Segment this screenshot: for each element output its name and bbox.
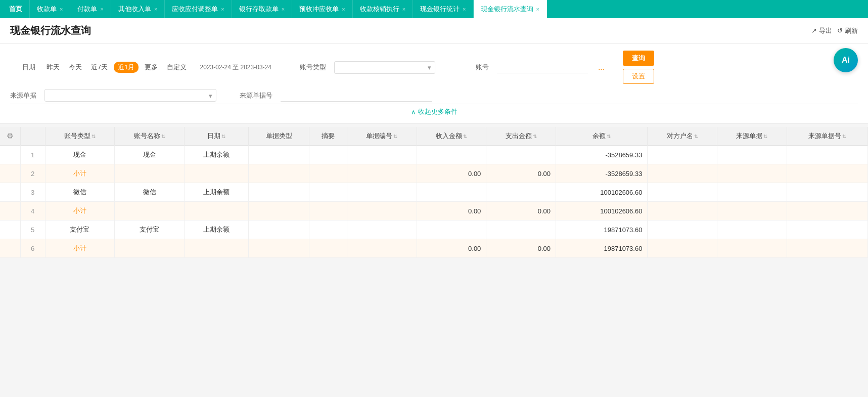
close-tab-icon[interactable]: × (221, 6, 224, 12)
date-option-custom[interactable]: 自定义 (164, 62, 190, 73)
cell-date (184, 202, 248, 220)
col-header-date[interactable]: 日期⇅ (184, 127, 248, 146)
nav-tab-bank-stats[interactable]: 现金银行统计× (413, 0, 473, 18)
source-doc-select[interactable] (44, 89, 216, 102)
cell-summary (309, 146, 347, 164)
gear-icon[interactable]: ⚙ (7, 131, 13, 140)
col-header-source_doc_no[interactable]: 来源单据号⇅ (787, 127, 867, 146)
date-option-yesterday[interactable]: 昨天 (43, 62, 63, 73)
account-label: 账号 (464, 63, 489, 72)
nav-tab-label: 付款单 (77, 5, 97, 14)
cell-summary (309, 239, 347, 258)
refresh-button[interactable]: ↺ 刷新 (837, 26, 858, 35)
sort-icon: ⇅ (92, 134, 96, 139)
cell-balance: 19871073.60 (556, 220, 647, 239)
export-button[interactable]: ↗ 导出 (811, 26, 832, 35)
nav-tab-collection-exec[interactable]: 收款核销执行× (353, 0, 413, 18)
date-option-more[interactable]: 更多 (142, 62, 161, 73)
filter-row-2: 来源单据 来源单据号 (10, 89, 858, 102)
row-seq: 6 (20, 239, 45, 258)
row-seq: 5 (20, 220, 45, 239)
nav-tab-payment[interactable]: 付款单× (70, 0, 111, 18)
cell-source_doc_no (787, 202, 867, 220)
seq-column-header (20, 127, 45, 146)
source-doc-num-input[interactable] (281, 90, 432, 102)
row-gear-cell (0, 164, 20, 183)
cell-counterparty (648, 239, 717, 258)
nav-home[interactable]: 首页 (2, 0, 30, 18)
date-options: 昨天今天近7天近1月更多自定义 (43, 62, 190, 73)
close-tab-icon[interactable]: × (282, 6, 285, 12)
refresh-icon: ↺ (837, 27, 843, 34)
cell-doc_no (347, 239, 417, 258)
col-header-account_name[interactable]: 账号名称⇅ (115, 127, 185, 146)
nav-tab-bank-flow[interactable]: 现金银行流水查询× (474, 0, 547, 18)
nav-tab-advance-offset[interactable]: 预收冲应收单× (292, 0, 352, 18)
sort-icon: ⇅ (221, 134, 225, 139)
cell-source_doc_no (787, 183, 867, 202)
cell-income: 0.00 (417, 239, 486, 258)
col-label: 摘要 (322, 132, 335, 140)
nav-tab-label: 现金银行统计 (420, 5, 460, 14)
nav-tab-receipt[interactable]: 收款单× (30, 0, 70, 18)
close-tab-icon[interactable]: × (342, 6, 345, 12)
close-tab-icon[interactable]: × (154, 6, 157, 12)
col-header-counterparty[interactable]: 对方户名⇅ (648, 127, 717, 146)
col-label: 账号类型 (64, 132, 90, 140)
col-label: 单据类型 (266, 132, 292, 140)
nav-tab-bank-deposit[interactable]: 银行存取款单× (232, 0, 292, 18)
date-option-last1month[interactable]: 近1月 (114, 62, 139, 73)
query-button[interactable]: 查询 (623, 51, 654, 66)
cell-balance: 19871073.60 (556, 239, 647, 258)
row-gear-cell (0, 202, 20, 220)
date-range: 2023-02-24 至 2023-03-24 (200, 63, 271, 72)
account-type-select[interactable] (334, 61, 435, 74)
col-header-expense[interactable]: 支出金额⇅ (486, 127, 556, 146)
cell-summary (309, 220, 347, 239)
col-header-source_doc[interactable]: 来源单据⇅ (717, 127, 787, 146)
row-seq: 2 (20, 164, 45, 183)
nav-tab-label: 现金银行流水查询 (481, 5, 533, 14)
close-tab-icon[interactable]: × (100, 6, 103, 12)
sort-icon: ⇅ (533, 134, 537, 139)
col-label: 单据编号 (366, 132, 392, 140)
table-row: 2小计0.000.00-3528659.33 (0, 164, 868, 183)
nav-tab-label: 收款核销执行 (360, 5, 399, 14)
col-header-doc_no[interactable]: 单据编号⇅ (347, 127, 417, 146)
cell-source_doc (717, 164, 787, 183)
account-input[interactable] (497, 61, 588, 73)
cell-counterparty (648, 202, 717, 220)
collapse-bar[interactable]: ∧ 收起更多条件 (10, 104, 858, 118)
nav-tab-other-income[interactable]: 其他收入单× (111, 0, 165, 18)
nav-tab-label: 银行存取款单 (239, 5, 279, 14)
filter-right-actions: 查询 设置 (623, 51, 654, 84)
sort-icon: ⇅ (607, 134, 611, 139)
cell-source_doc (717, 239, 787, 258)
account-dots-button[interactable]: ... (598, 63, 605, 72)
date-option-last7days[interactable]: 近7天 (88, 62, 111, 73)
col-header-balance[interactable]: 余额⇅ (556, 127, 647, 146)
cell-expense (486, 146, 556, 164)
cell-source_doc_no (787, 239, 867, 258)
settings-button[interactable]: 设置 (623, 69, 654, 84)
chevron-up-icon: ∧ (411, 108, 416, 116)
nav-tab-label: 应收应付调整单 (172, 5, 218, 14)
cell-doc_type (249, 164, 309, 183)
close-tab-icon[interactable]: × (60, 6, 63, 12)
cell-account_type: 现金 (45, 146, 115, 164)
ai-badge[interactable]: Ai (834, 48, 858, 72)
nav-tab-receivable-adjust[interactable]: 应收应付调整单× (165, 0, 232, 18)
col-header-income[interactable]: 收入金额⇅ (417, 127, 486, 146)
col-header-account_type[interactable]: 账号类型⇅ (45, 127, 115, 146)
cell-income (417, 183, 486, 202)
cell-account_name (115, 202, 185, 220)
date-option-today[interactable]: 今天 (66, 62, 85, 73)
cell-expense (486, 220, 556, 239)
cell-income: 0.00 (417, 202, 486, 220)
close-tab-icon[interactable]: × (463, 6, 466, 12)
cell-doc_no (347, 220, 417, 239)
col-header-doc_type: 单据类型 (249, 127, 309, 146)
col-label: 账号名称 (134, 132, 160, 140)
close-tab-icon[interactable]: × (402, 6, 405, 12)
close-tab-icon[interactable]: × (536, 6, 539, 12)
